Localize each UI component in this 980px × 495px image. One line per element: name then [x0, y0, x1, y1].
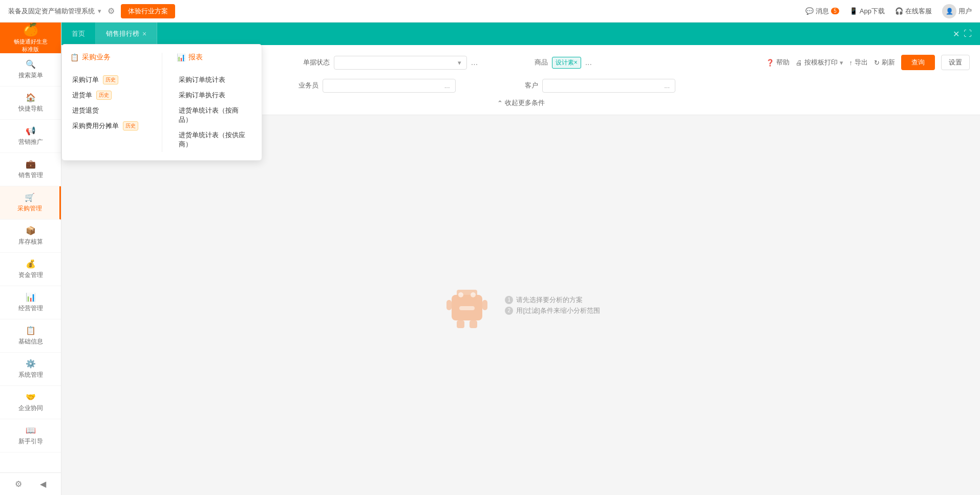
tab-maximize-button[interactable]: ⛶ — [964, 29, 972, 38]
sidebar-bottom: ⚙ ◀ — [0, 472, 61, 495]
dropdown-item-return[interactable]: 进货退货 — [70, 103, 147, 118]
goods-dots[interactable]: ... — [585, 58, 592, 67]
chevron-down-icon: ▾ — [458, 59, 461, 67]
svg-rect-7 — [457, 320, 464, 328]
empty-state: 1 请先选择要分析的方案 2 用[过滤]条件来缩小分析范围 — [61, 115, 980, 495]
sidebar-item-finance[interactable]: 💰 资金管理 — [0, 253, 61, 286]
tab-close-window-button[interactable]: ✕ — [953, 29, 960, 39]
print-button[interactable]: 🖨 按模板打印 ▾ — [796, 58, 843, 67]
industry-btn[interactable]: 体验行业方案 — [121, 4, 175, 18]
salesperson-label: 业务员 — [299, 81, 318, 90]
message-button[interactable]: 💬 消息 5 — [805, 7, 839, 16]
sidebar-item-basic-info[interactable]: 📋 基础信息 — [0, 319, 61, 353]
online-service-icon: 🎧 — [895, 7, 903, 15]
reports-section-title-text: 报表 — [188, 53, 203, 62]
sidebar-item-purchase[interactable]: 🛒 采购管理 — [0, 186, 61, 220]
sidebar-label-marketing: 营销推广 — [18, 138, 43, 146]
logo-icon: 🍊 — [23, 23, 38, 37]
tab-sales-ranking[interactable]: 销售排行榜 × — [96, 23, 157, 45]
dropdown-item-expense[interactable]: 采购费用分摊单 历史 — [70, 118, 147, 134]
inventory-icon: 📦 — [26, 226, 36, 235]
goods-label: 商品 — [535, 58, 548, 67]
purchase-section: 📋 采购业务 采购订单 历史 进货单 历史 进货退货 采购费用分摊单 历史 — [70, 53, 147, 152]
sidebar-item-sales[interactable]: 💼 销售管理 — [0, 153, 61, 186]
sidebar-item-guide[interactable]: 📖 新手引导 — [0, 419, 61, 453]
sidebar-item-inventory[interactable]: 📦 库存核算 — [0, 220, 61, 253]
customer-select[interactable]: ... — [542, 79, 675, 93]
return-label: 进货退货 — [72, 106, 99, 115]
purchase-section-title-text: 采购业务 — [82, 53, 111, 62]
purchase-dropdown-menu: 📋 采购业务 采购订单 历史 进货单 历史 进货退货 采购费用分摊单 历史 📊 … — [61, 44, 262, 161]
finance-icon: 💰 — [26, 259, 36, 269]
expense-label: 采购费用分摊单 — [72, 121, 119, 131]
tab-home[interactable]: 首页 — [61, 23, 96, 45]
hint2: 2 用[过滤]条件来缩小分析范围 — [505, 306, 600, 315]
doc-status-row: 单据状态 ▾ ... — [303, 56, 526, 70]
tab-home-label: 首页 — [72, 29, 85, 38]
system-title: 装备及固定资产辅助管理系统 ▾ — [8, 7, 101, 16]
online-service-label: 在线客服 — [905, 7, 932, 16]
query-button[interactable]: 查询 — [901, 55, 935, 70]
sidebar-item-operations[interactable]: 📊 经营管理 — [0, 286, 61, 319]
dropdown-item-purchase-order[interactable]: 采购订单 历史 — [70, 72, 147, 88]
purchase-section-icon: 📋 — [70, 53, 79, 61]
top-bar: 装备及固定资产辅助管理系统 ▾ ⚙ 体验行业方案 💬 消息 5 📱 App下载 … — [0, 0, 980, 23]
salesperson-select[interactable]: ... — [323, 79, 456, 93]
dropdown-item-incoming-stats-goods[interactable]: 进货单统计表（按商品） — [177, 103, 254, 127]
user-button[interactable]: 👤 用户 — [942, 4, 972, 18]
salesperson-dots[interactable]: ... — [444, 82, 450, 90]
incoming-label: 进货单 — [72, 91, 92, 100]
user-label: 用户 — [958, 7, 972, 16]
doc-status-dots[interactable]: ... — [471, 58, 478, 67]
purchase-order-history-tag: 历史 — [103, 75, 118, 84]
purchase-section-title: 📋 采购业务 — [70, 53, 147, 66]
export-button[interactable]: ↑ 导出 — [849, 58, 868, 67]
gear-button[interactable]: ⚙ — [108, 6, 115, 16]
incoming-history-tag: 历史 — [96, 91, 112, 100]
online-service-button[interactable]: 🎧 在线客服 — [895, 7, 932, 16]
system-dropdown-arrow[interactable]: ▾ — [98, 7, 101, 15]
refresh-button[interactable]: ↻ 刷新 — [874, 58, 895, 67]
goods-tag[interactable]: 设计素× — [552, 57, 581, 69]
dropdown-item-order-exec[interactable]: 采购订单执行表 — [177, 88, 254, 103]
sidebar-item-marketing[interactable]: 📢 营销推广 — [0, 120, 61, 153]
collapse-button[interactable]: ⌃ 收起更多条件 — [497, 98, 545, 107]
app-download-label: App下载 — [860, 7, 885, 16]
sidebar-label-operations: 经营管理 — [18, 304, 43, 313]
sidebar-label-guide: 新手引导 — [18, 437, 43, 446]
sidebar-item-search[interactable]: 🔍 搜索菜单 — [0, 53, 61, 87]
sidebar-item-system[interactable]: ⚙️ 系统管理 — [0, 353, 61, 386]
guide-icon: 📖 — [26, 425, 36, 435]
tab-close-button[interactable]: × — [142, 30, 146, 38]
customer-dots[interactable]: ... — [664, 82, 670, 90]
sidebar: 🍊 畅捷通好生意 标准版 🔍 搜索菜单 🏠 快捷导航 📢 营销推广 💼 销售管理 — [0, 23, 61, 495]
app-download-button[interactable]: 📱 App下载 — [849, 7, 885, 16]
robot-svg — [441, 279, 493, 331]
settings-bottom-button[interactable]: ⚙ — [15, 479, 22, 489]
collapse-sidebar-button[interactable]: ◀ — [40, 479, 46, 489]
refresh-icon: ↻ — [874, 59, 880, 67]
dropdown-divider — [162, 53, 162, 152]
svg-rect-4 — [459, 306, 475, 310]
tab-sales-ranking-label: 销售排行榜 — [106, 29, 139, 38]
sidebar-label-sales: 销售管理 — [18, 171, 43, 180]
system-icon: ⚙️ — [26, 359, 36, 369]
doc-status-select[interactable]: ▾ — [334, 56, 467, 70]
dropdown-item-incoming[interactable]: 进货单 历史 — [70, 88, 147, 103]
sidebar-label-enterprise: 企业协同 — [18, 404, 43, 413]
sidebar-item-enterprise[interactable]: 🤝 企业协同 — [0, 386, 61, 419]
enterprise-icon: 🤝 — [26, 392, 36, 402]
sidebar-item-home[interactable]: 🏠 快捷导航 — [0, 87, 61, 120]
dropdown-item-incoming-stats-supplier[interactable]: 进货单统计表（按供应商） — [177, 127, 254, 152]
dropdown-item-order-stats[interactable]: 采购订单统计表 — [177, 72, 254, 88]
expense-history-tag: 历史 — [123, 121, 138, 131]
help-button[interactable]: ❓ 帮助 — [766, 58, 790, 67]
message-badge: 5 — [831, 8, 839, 14]
logo-line1: 畅捷通好生意 — [14, 38, 48, 46]
operations-icon: 📊 — [26, 292, 36, 302]
refresh-label: 刷新 — [882, 58, 895, 67]
salesperson-filter-row: 业务员 ... — [299, 79, 517, 93]
collapse-label: 收起更多条件 — [505, 98, 545, 107]
empty-hints: 1 请先选择要分析的方案 2 用[过滤]条件来缩小分析范围 — [505, 294, 600, 317]
settings-button[interactable]: 设置 — [941, 55, 970, 70]
